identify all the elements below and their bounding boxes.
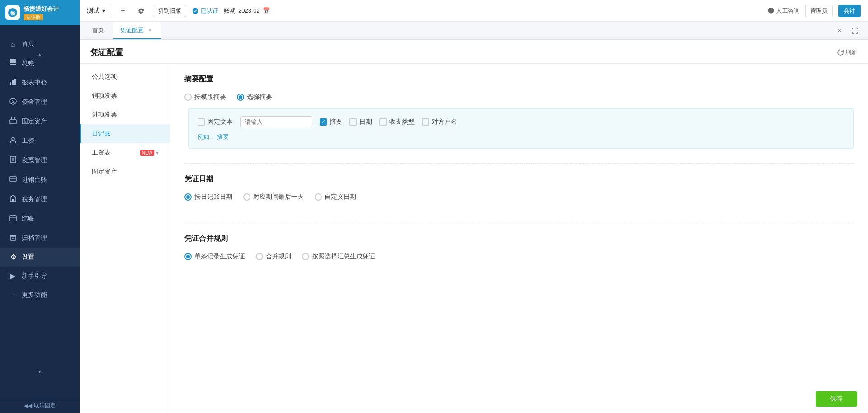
example-prefix: 例如： <box>198 133 215 140</box>
checkbox-summary[interactable]: ✓ 摘要 <box>320 118 342 126</box>
more-icon: ··· <box>9 291 17 299</box>
main-area: 测试 ▾ + 切到旧版 已认证 账期 2023-02 📅 人工咨询 管理员 会计 <box>80 0 868 413</box>
svg-point-11 <box>12 137 14 140</box>
svg-rect-3 <box>10 61 16 63</box>
example-content: 摘要 <box>217 133 229 140</box>
sidebar-item-more[interactable]: ··· 更多功能 <box>0 286 80 305</box>
sidebar-item-settings[interactable]: ⚙ 设置 <box>0 248 80 267</box>
checkbox-date-box <box>349 118 357 126</box>
sidebar-item-archive[interactable]: 归档管理 <box>0 228 80 248</box>
left-nav-payroll-label: 工资表 <box>92 149 111 157</box>
sidebar-item-report[interactable]: 报表中心 <box>0 73 80 92</box>
date-config-section: 凭证日期 按日记账日期 对应期间最后一天 <box>184 174 854 223</box>
cancel-fixed-btn[interactable]: ◀◀ 取消固定 <box>0 398 80 413</box>
sidebar-item-tax[interactable]: 税务管理 <box>0 189 80 209</box>
sidebar-label-close: 结账 <box>22 215 34 223</box>
sidebar-label-ledger: 总账 <box>22 59 34 67</box>
settings-icon: ⚙ <box>9 253 17 261</box>
sidebar-item-close[interactable]: 结账 <box>0 209 80 228</box>
sidebar-label-home: 首页 <box>22 40 34 48</box>
tax-icon <box>9 195 17 203</box>
svg-text:畅: 畅 <box>10 10 15 16</box>
checkbox-income-type-box <box>379 118 387 126</box>
svg-rect-5 <box>10 82 11 85</box>
sidebar-item-guide[interactable]: ▶ 新手引导 <box>0 267 80 286</box>
left-nav-sales[interactable]: 销项发票 <box>80 86 170 105</box>
project-selector[interactable]: 测试 ▾ <box>87 7 105 15</box>
add-button[interactable]: + <box>117 5 129 17</box>
sidebar-label-guide: 新手引导 <box>22 272 47 280</box>
consult-button[interactable]: 人工咨询 <box>767 7 800 15</box>
date-label: 日期 <box>359 118 372 126</box>
left-nav-public[interactable]: 公共选项 <box>80 67 170 86</box>
tab-voucher-config[interactable]: 凭证配置 × <box>113 22 161 39</box>
save-button[interactable]: 保存 <box>816 391 857 407</box>
radio-template-summary[interactable]: 按模版摘要 <box>184 93 226 101</box>
settings-button[interactable] <box>135 5 147 17</box>
tab-close-icon[interactable]: × <box>146 27 154 34</box>
old-version-button[interactable]: 切到旧版 <box>153 5 186 17</box>
cancel-fixed-label: 取消固定 <box>34 402 56 409</box>
left-nav-journal[interactable]: 日记账 <box>80 124 170 143</box>
svg-rect-7 <box>14 79 16 85</box>
radio-journal-date-label: 按日记账日期 <box>194 193 232 201</box>
sidebar-label-invoice: 发票管理 <box>22 156 47 164</box>
project-name: 测试 <box>87 7 99 15</box>
refresh-button[interactable]: 刷新 <box>837 48 857 56</box>
tab-close-window-icon[interactable]: × <box>834 25 845 37</box>
radio-select-summary[interactable]: 选择摘要 <box>237 93 272 101</box>
radio-select-merge-circle <box>302 253 309 260</box>
project-dropdown-icon: ▾ <box>102 7 105 14</box>
radio-period-last[interactable]: 对应期间最后一天 <box>243 193 304 201</box>
sidebar-item-invoice[interactable]: 发票管理 <box>0 150 80 170</box>
income-type-label: 收支类型 <box>389 118 415 126</box>
sidebar-scroll-up[interactable]: ▲ <box>0 51 80 58</box>
invoice-icon <box>9 156 17 164</box>
sidebar-scroll-down[interactable]: ▼ <box>0 368 80 375</box>
left-nav-purchase[interactable]: 进项发票 <box>80 105 170 124</box>
radio-select-merge[interactable]: 按照选择汇总生成凭证 <box>302 253 375 261</box>
sidebar-item-asset[interactable]: 固定资产 <box>0 112 80 131</box>
summary-radio-group: 按模版摘要 选择摘要 <box>184 93 854 101</box>
new-badge: NEW <box>140 150 154 156</box>
radio-merge-rule-label: 合并规则 <box>266 253 291 261</box>
sidebar-label-fund: 资金管理 <box>22 98 47 106</box>
sidebar-item-payroll[interactable]: 工资 <box>0 131 80 150</box>
sidebar-label-sales-purchase: 进销台账 <box>22 176 47 184</box>
radio-custom-date[interactable]: 自定义日期 <box>315 193 356 201</box>
radio-select-circle <box>237 94 244 101</box>
left-nav-fixed-asset[interactable]: 固定资产 <box>80 162 170 181</box>
edition-badge: 专业版 <box>24 14 43 20</box>
fixed-text-input[interactable] <box>240 116 312 127</box>
left-navigation: 公共选项 销项发票 进项发票 日记账 工资表 NEW ▾ <box>80 64 170 413</box>
checkbox-counterpart[interactable]: 对方户名 <box>422 118 457 126</box>
sidebar-item-sales-purchase[interactable]: 进销台账 <box>0 170 80 189</box>
checkbox-date[interactable]: 日期 <box>349 118 372 126</box>
tab-home[interactable]: 首页 <box>85 22 111 39</box>
left-nav-payroll[interactable]: 工资表 NEW ▾ <box>80 143 170 162</box>
sidebar-item-fund[interactable]: ¥ 资金管理 <box>0 92 80 112</box>
page-footer: 保存 <box>170 385 868 413</box>
example-row: 例如： 摘要 <box>198 133 844 141</box>
summary-label: 摘要 <box>330 118 342 126</box>
checkbox-fixed-text[interactable]: 固定文本 <box>198 118 233 126</box>
checkbox-income-type[interactable]: 收支类型 <box>379 118 415 126</box>
consult-label: 人工咨询 <box>776 7 800 15</box>
calendar-icon[interactable]: 📅 <box>263 7 270 14</box>
svg-rect-19 <box>10 216 16 221</box>
user-button[interactable]: 管理员 <box>805 5 833 17</box>
svg-rect-10 <box>10 120 16 124</box>
merge-config-section: 凭证合并规则 单条记录生成凭证 合并规则 <box>184 234 854 282</box>
svg-text:¥: ¥ <box>11 99 14 104</box>
radio-single-record[interactable]: 单条记录生成凭证 <box>184 253 245 261</box>
sidebar-label-asset: 固定资产 <box>22 117 47 126</box>
topbar-divider-1 <box>111 6 111 15</box>
tab-fullscreen-icon[interactable] <box>849 25 861 37</box>
radio-merge-rule[interactable]: 合并规则 <box>256 253 291 261</box>
radio-journal-date[interactable]: 按日记账日期 <box>184 193 232 201</box>
tab-bar: 首页 凭证配置 × × <box>80 22 868 40</box>
left-nav-sales-label: 销项发票 <box>92 92 117 99</box>
left-nav-public-label: 公共选项 <box>92 73 117 80</box>
role-button[interactable]: 会计 <box>838 5 861 17</box>
sidebar-logo: 畅 畅捷通好会计 专业版 <box>0 0 80 25</box>
